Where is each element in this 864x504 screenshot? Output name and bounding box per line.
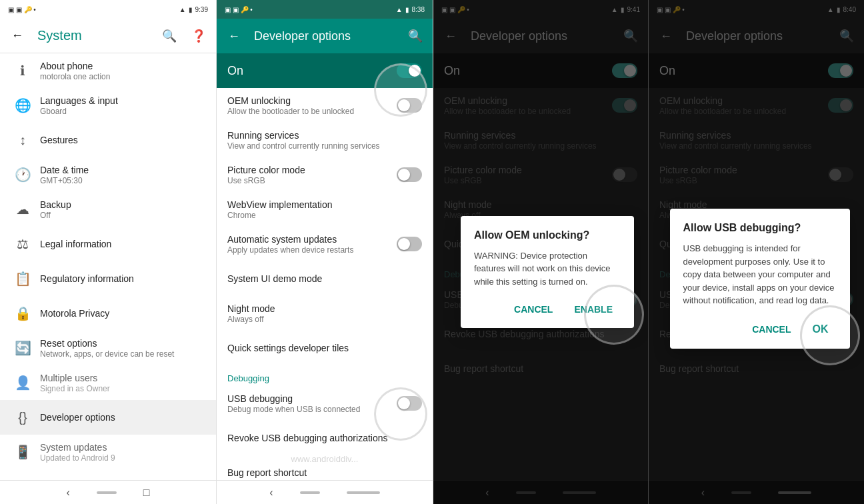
developer-toggle-2[interactable] (397, 63, 422, 78)
settings-item-legal[interactable]: ⚖ Legal information (0, 227, 216, 261)
regulatory-text: Regulatory information (40, 273, 205, 284)
usb-dialog-body: USB debugging is intended for developmen… (683, 242, 837, 307)
settings-item-about[interactable]: ℹ About phone motorola one action (0, 53, 216, 88)
status-bar-1: ▣ ▣ 🔑 • ▲ ▮ 9:39 (0, 0, 216, 19)
night-title-2: Night mode (227, 303, 422, 314)
auto-updates-item-2[interactable]: Automatic system updates Apply updates w… (217, 227, 433, 261)
running-title-2: Running services (227, 130, 422, 141)
about-icon: ℹ (11, 63, 35, 79)
legal-text: Legal information (40, 239, 205, 249)
picture-color-item-2[interactable]: Picture color mode Use sRGB (217, 157, 433, 192)
oem-enable-button[interactable]: Enable (566, 299, 621, 320)
usb-toggle-2[interactable] (397, 396, 422, 411)
reset-icon: 🔄 (11, 340, 35, 356)
usb-dialog-actions: Cancel OK (683, 318, 837, 341)
system-settings-panel: ▣ ▣ 🔑 • ▲ ▮ 9:39 ← System 🔍 ❓ ℹ About ph… (0, 0, 217, 504)
users-icon: 👤 (11, 375, 35, 391)
settings-item-datetime[interactable]: 🕐 Date & time GMT+05:30 (0, 157, 216, 192)
settings-item-privacy[interactable]: 🔒 Motorola Privacy (0, 296, 216, 331)
privacy-title: Motorola Privacy (40, 308, 205, 319)
language-icon: 🌐 (11, 97, 35, 113)
running-subtitle-2: View and control currently running servi… (227, 141, 422, 151)
oem-dialog-overlay: Allow OEM unlocking? WARNING: Device pro… (433, 0, 648, 504)
nav-home-dot-2[interactable] (300, 491, 320, 494)
backup-text: Backup Off (40, 199, 205, 220)
nav-home-dot[interactable] (97, 491, 117, 494)
webview-item-2[interactable]: WebView implementation Chrome (217, 192, 433, 227)
gestures-title: Gestures (40, 135, 205, 145)
reset-text: Reset options Network, apps, or device c… (40, 338, 205, 359)
bug-text-2: Bug report shortcut (227, 467, 422, 478)
help-button-1[interactable]: ❓ (189, 27, 208, 45)
webview-text-2: WebView implementation Chrome (227, 199, 422, 220)
settings-item-regulatory[interactable]: 📋 Regulatory information (0, 261, 216, 296)
users-subtitle: Signed in as Owner (40, 384, 205, 393)
users-text: Multiple users Signed in as Owner (40, 373, 205, 393)
languages-title: Languages & input (40, 95, 205, 106)
reset-subtitle: Network, apps, or device can be reset (40, 349, 205, 359)
bug-report-item-2[interactable]: Bug report shortcut (217, 455, 433, 480)
updates-text: System updates Updated to Android 9 (40, 442, 205, 463)
oem-toggle-2[interactable] (397, 98, 422, 113)
quick-tiles-title-2: Quick settings developer tiles (227, 343, 422, 353)
picture-toggle-2[interactable] (397, 167, 422, 182)
battery-icon-2: ▮ (405, 6, 409, 13)
auto-updates-text-2: Automatic system updates Apply updates w… (227, 234, 397, 255)
nav-back-icon[interactable]: ‹ (67, 487, 70, 499)
settings-item-gestures[interactable]: ↕ Gestures (0, 123, 216, 157)
night-text-2: Night mode Always off (227, 303, 422, 324)
night-mode-item-2[interactable]: Night mode Always off (217, 296, 433, 331)
nav-recents-icon[interactable]: □ (143, 487, 150, 499)
nav-bar-1: ‹ □ (0, 480, 216, 504)
status-left-2: ▣ ▣ 🔑 • (225, 6, 253, 13)
developer-title: Developer options (40, 412, 205, 423)
legal-title: Legal information (40, 239, 205, 249)
on-header-2[interactable]: On (217, 53, 433, 88)
webview-subtitle-2: Chrome (227, 211, 422, 220)
webview-title-2: WebView implementation (227, 199, 422, 210)
back-button-1[interactable]: ← (8, 27, 27, 45)
search-button-1[interactable]: 🔍 (160, 27, 179, 45)
settings-item-developer[interactable]: {} Developer options (0, 400, 216, 435)
notif-icons-2: ▣ ▣ 🔑 • (225, 6, 253, 13)
oem-unlocking-item-2[interactable]: OEM unlocking Allow the bootloader to be… (217, 88, 433, 123)
time-display: 9:39 (195, 6, 208, 13)
quick-tiles-item-2[interactable]: Quick settings developer tiles (217, 331, 433, 365)
revoke-usb-item-2[interactable]: Revoke USB debugging authorizations (217, 421, 433, 455)
settings-list-1: ℹ About phone motorola one action 🌐 Lang… (0, 53, 216, 480)
revoke-title-2: Revoke USB debugging authorizations (227, 433, 422, 443)
languages-subtitle: Gboard (40, 107, 205, 116)
settings-item-users[interactable]: 👤 Multiple users Signed in as Owner (0, 365, 216, 400)
users-title: Multiple users (40, 373, 205, 383)
search-button-2[interactable]: 🔍 (406, 27, 425, 45)
usb-subtitle-2: Debug mode when USB is connected (227, 405, 397, 414)
settings-item-updates[interactable]: 📱 System updates Updated to Android 9 (0, 435, 216, 469)
nav-recents-dot-2[interactable] (347, 491, 380, 494)
updates-icon: 📱 (11, 444, 35, 460)
usb-ok-button[interactable]: OK (805, 318, 837, 341)
updates-subtitle: Updated to Android 9 (40, 453, 205, 463)
backup-subtitle: Off (40, 211, 205, 220)
auto-toggle-2[interactable] (397, 237, 422, 251)
regulatory-icon: 📋 (11, 271, 35, 287)
settings-item-backup[interactable]: ☁ Backup Off (0, 192, 216, 227)
usb-cancel-button[interactable]: Cancel (744, 318, 799, 341)
back-button-2[interactable]: ← (225, 27, 243, 45)
languages-text: Languages & input Gboard (40, 95, 205, 116)
bug-title-2: Bug report shortcut (227, 467, 422, 478)
nav-bar-2: ‹ (217, 480, 433, 504)
demo-text-2: System UI demo mode (227, 273, 422, 284)
demo-mode-item-2[interactable]: System UI demo mode (217, 261, 433, 296)
picture-text-2: Picture color mode Use sRGB (227, 165, 397, 185)
oem-text-2: OEM unlocking Allow the bootloader to be… (227, 95, 397, 116)
picture-title-2: Picture color mode (227, 165, 397, 175)
wifi-icon: ▲ (179, 6, 186, 13)
usb-debug-item-2[interactable]: USB debugging Debug mode when USB is con… (217, 386, 433, 421)
settings-item-languages[interactable]: 🌐 Languages & input Gboard (0, 88, 216, 123)
nav-back-icon-2[interactable]: ‹ (269, 487, 273, 499)
oem-cancel-button[interactable]: Cancel (506, 299, 561, 320)
settings-item-reset[interactable]: 🔄 Reset options Network, apps, or device… (0, 331, 216, 365)
running-services-item-2[interactable]: Running services View and control curren… (217, 123, 433, 157)
oem-dialog-actions: Cancel Enable (474, 299, 621, 320)
time-2: 8:38 (412, 6, 425, 13)
